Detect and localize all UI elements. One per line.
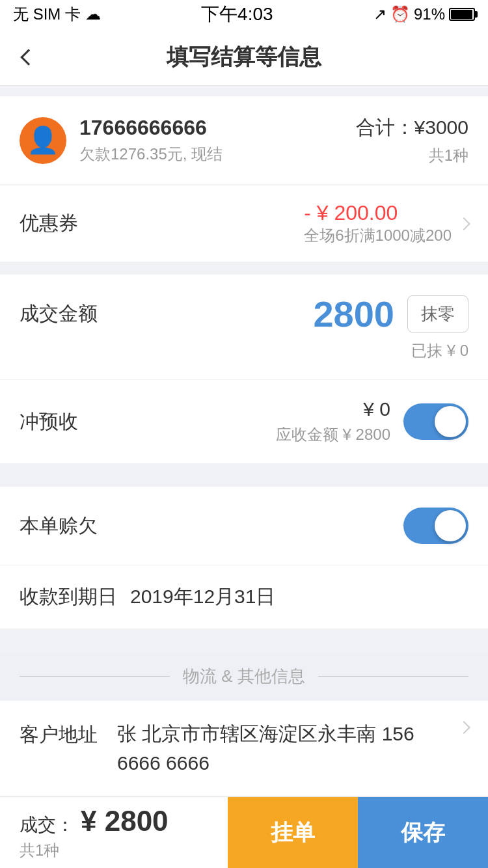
address-section[interactable]: 客户地址 张 北京市市辖区海淀区永丰南 156 6666 6666 (0, 701, 488, 796)
section-divider-1 (0, 262, 488, 275)
duedate-value: 2019年12月31日 (130, 584, 275, 610)
prepay-right: ¥ 0 应收金额 ¥ 2800 (276, 398, 468, 445)
page-header: 填写结算等信息 (0, 29, 488, 86)
total-amount: 合计：¥3000 (356, 115, 468, 141)
bottom-bar: 成交： ¥ 2800 共1种 挂单 保存 (0, 796, 488, 868)
coupon-label: 优惠券 (20, 210, 78, 237)
sim-label: 无 SIM 卡 ☁ (13, 4, 101, 25)
page-title: 填写结算等信息 (167, 42, 321, 72)
toggle-knob (435, 406, 466, 437)
status-bar: 无 SIM 卡 ☁ 下午4:03 ↗ ⏰ 91% (0, 0, 488, 29)
debt-label: 本单赊欠 (20, 513, 98, 539)
amount-number: 2800 (313, 293, 394, 335)
avatar: 👤 (20, 117, 66, 164)
prepay-value-area: ¥ 0 应收金额 ¥ 2800 (276, 398, 390, 445)
customer-phone: 17666666666 (79, 116, 223, 140)
bottom-summary-label: 成交： (20, 813, 74, 837)
save-button[interactable]: 保存 (358, 797, 488, 869)
debt-toggle[interactable] (403, 508, 468, 544)
logistics-header: 物流 & 其他信息 (0, 652, 488, 701)
status-right: ↗ ⏰ 91% (373, 5, 475, 23)
section-divider-2 (0, 463, 488, 476)
round-button[interactable]: 抹零 (407, 295, 468, 332)
amount-section: 成交金额 2800 抹零 已抹 ¥ 0 (0, 275, 488, 379)
back-button[interactable] (16, 44, 42, 70)
customer-sub: 欠款1276.35元, 现结 (79, 144, 223, 165)
prepay-row: 冲预收 ¥ 0 应收金额 ¥ 2800 (20, 398, 468, 445)
bottom-summary: 成交： ¥ 2800 共1种 (0, 805, 228, 861)
coupon-right: - ¥ 200.00 全场6折满1000减200 (304, 201, 468, 246)
prepay-toggle[interactable] (403, 403, 468, 440)
coupon-row[interactable]: 优惠券 - ¥ 200.00 全场6折满1000减200 (0, 185, 488, 262)
bottom-summary-amount: ¥ 2800 (81, 805, 169, 837)
bottom-summary-sub: 共1种 (20, 840, 208, 861)
duedate-label: 收款到期日 (20, 584, 117, 610)
customer-right: 合计：¥3000 共1种 (356, 115, 468, 166)
amount-label: 成交金额 (20, 301, 98, 327)
prepay-sub: 应收金额 ¥ 2800 (276, 424, 390, 445)
coupon-value-area: - ¥ 200.00 全场6折满1000减200 (304, 201, 452, 246)
debt-section: 本单赊欠 (0, 487, 488, 565)
location-icon: ↗ (373, 5, 386, 23)
status-left: 无 SIM 卡 ☁ (13, 4, 101, 25)
address-label: 客户地址 (20, 722, 98, 748)
prepay-section: 冲预收 ¥ 0 应收金额 ¥ 2800 (0, 379, 488, 463)
avatar-icon: 👤 (27, 125, 59, 156)
hold-button[interactable]: 挂单 (228, 797, 358, 869)
customer-left: 👤 17666666666 欠款1276.35元, 现结 (20, 116, 223, 165)
amount-row: 成交金额 2800 抹零 (20, 293, 468, 335)
logistics-text: 物流 & 其他信息 (170, 665, 318, 688)
customer-info: 17666666666 欠款1276.35元, 现结 (79, 116, 223, 165)
section-divider-3 (0, 629, 488, 642)
prepay-amount: ¥ 0 (276, 398, 390, 420)
address-content: 张 北京市市辖区海淀区永丰南 156 6666 6666 (117, 719, 459, 778)
address-chevron (459, 719, 468, 732)
address-chevron-icon (457, 721, 470, 734)
amount-sub: 已抹 ¥ 0 (20, 340, 468, 361)
amount-value-area: 2800 抹零 (313, 293, 468, 335)
coupon-discount: - ¥ 200.00 (304, 201, 452, 225)
battery-icon (449, 8, 475, 21)
debt-toggle-knob (435, 510, 466, 541)
bottom-summary-top: 成交： ¥ 2800 (20, 805, 208, 837)
chevron-right-icon (457, 217, 470, 230)
logistics-line-left (20, 676, 170, 677)
alarm-icon: ⏰ (390, 5, 410, 23)
back-arrow-icon (20, 49, 36, 65)
status-time: 下午4:03 (201, 2, 273, 27)
duedate-section: 收款到期日 2019年12月31日 (0, 565, 488, 629)
prepay-label: 冲预收 (20, 409, 78, 435)
customer-card: 👤 17666666666 欠款1276.35元, 现结 合计：¥3000 共1… (0, 96, 488, 184)
total-count: 共1种 (356, 145, 468, 166)
coupon-desc: 全场6折满1000减200 (304, 225, 452, 246)
logistics-line-right (318, 676, 468, 677)
battery-percent: 91% (414, 5, 445, 23)
